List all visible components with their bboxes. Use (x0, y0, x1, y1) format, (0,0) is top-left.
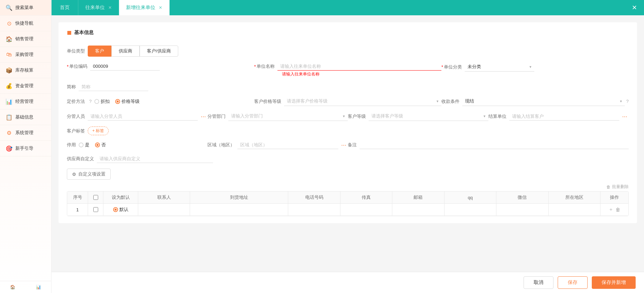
settlement-unit-input[interactable] (509, 112, 619, 121)
window-close-button[interactable]: ✕ (625, 4, 644, 11)
supplier-custom-input[interactable] (97, 155, 213, 163)
footer: 取消 保存 保存并新增 (52, 272, 644, 293)
custom-settings-button[interactable]: ⚙ 自定义项设置 (67, 169, 111, 180)
short-name-field: 简称 (67, 83, 629, 91)
purchase-icon: 🛍 (6, 51, 13, 58)
region-more-icon[interactable]: ··· (340, 142, 348, 148)
sidebar-footer-chart[interactable]: 📊 (26, 281, 52, 293)
th-checkbox[interactable] (93, 195, 98, 200)
pricing-help-icon[interactable]: ? (89, 99, 92, 104)
disable-no-radio[interactable]: 否 (95, 142, 106, 148)
customer-level-select[interactable]: 请选择客户等级 ▾ (369, 112, 488, 121)
supplier-custom-field: 供应商自定义 (67, 155, 213, 163)
code-input[interactable] (90, 62, 160, 71)
quick-nav-icon: ⊙ (6, 20, 13, 27)
cancel-button[interactable]: 取消 (524, 276, 553, 289)
settlement-more-icon[interactable]: ··· (621, 113, 629, 120)
short-name-row: 简称 (67, 83, 629, 91)
name-field: * 单位名称 请输入往来单位名称 (254, 62, 441, 77)
disable-row: 停用 是 否 区域（地区） (67, 141, 629, 149)
td-wechat (496, 204, 548, 215)
payment-terms-select[interactable]: 现结 ▾ (462, 97, 625, 106)
row-checkbox[interactable] (93, 207, 98, 212)
sidebar-item-basic-info[interactable]: 📋 基础信息 (0, 109, 51, 125)
unit-type-row: 单位类型 客户 供应商 客户/供应商 (67, 46, 629, 57)
tab-new-partner-close[interactable]: ✕ (159, 5, 162, 10)
pricing-discount-radio[interactable]: 折扣 (94, 98, 110, 105)
table-header: 序号 设为默认 联系人 到货地址 电话号码 (67, 192, 628, 204)
search-icon: 🔍 (6, 4, 13, 11)
customer-price-level-field: 客户价格等级 请选择客户价格等级 ▾ (254, 97, 441, 106)
no-radio-circle (95, 143, 100, 147)
save-button[interactable]: 保存 (558, 276, 588, 289)
batch-delete-button[interactable]: 🗑 批量删除 (67, 184, 629, 190)
tab-new-partner[interactable]: 新增往来单位 ✕ (119, 0, 170, 15)
tab-partners-close[interactable]: ✕ (108, 5, 112, 10)
sidebar-item-system[interactable]: ⚙ 系统管理 (0, 125, 51, 141)
type-btn-customer[interactable]: 客户 (88, 46, 111, 57)
th-fax: 传真 (340, 192, 392, 203)
sidebar-item-operations[interactable]: 📊 经营管理 (0, 94, 51, 109)
td-contact (138, 204, 190, 215)
notes-input[interactable] (360, 141, 629, 149)
department-label: 分管部门 (207, 113, 226, 120)
type-btn-both[interactable]: 客户/供应商 (140, 46, 178, 57)
category-field: * 单位分类 未分类 ▾ (441, 62, 629, 72)
code-label: 单位编码 (69, 63, 87, 70)
manager-field: 分管人员 ··· (67, 112, 207, 121)
tab-home[interactable]: 首页 (52, 0, 78, 15)
payment-terms-label: 收款条件 (441, 98, 460, 105)
payment-chevron-icon: ▾ (620, 99, 622, 104)
name-input[interactable] (277, 62, 441, 71)
default-radio[interactable]: 默认 (113, 206, 128, 213)
region-label: 区域（地区） (207, 142, 235, 148)
customer-level-label: 客户等级 (348, 113, 366, 120)
tags-row: 客户标签 + 标签 (67, 127, 629, 135)
region-input[interactable] (237, 141, 338, 149)
td-phone (288, 204, 340, 215)
supplier-custom-row: 供应商自定义 (67, 155, 629, 163)
sidebar-item-purchase[interactable]: 🛍 采购管理 (0, 47, 51, 63)
sidebar-footer-home[interactable]: 🏠 (0, 281, 26, 293)
tab-partners[interactable]: 往来单位 ✕ (78, 0, 119, 15)
save-new-button[interactable]: 保存并新增 (592, 276, 636, 289)
th-contact: 联系人 (138, 192, 190, 203)
manager-input[interactable] (88, 112, 198, 121)
sidebar-item-guide[interactable]: 🎯 新手引导 (0, 141, 51, 156)
th-seq: 序号 (67, 192, 88, 203)
yes-radio-circle (79, 143, 84, 147)
th-region: 所在地区 (549, 192, 600, 203)
category-label: 单位分类 (444, 64, 462, 70)
sales-icon: 🏠 (6, 35, 13, 42)
disable-yes-radio[interactable]: 是 (79, 142, 89, 148)
pricing-method-field: 定价方法 ? 折扣 价格等级 (67, 98, 254, 105)
sidebar-item-search[interactable]: 🔍 搜索菜单 (0, 0, 51, 16)
notes-field: 备注 (348, 141, 629, 149)
sidebar-item-sales[interactable]: 🏠 销售管理 (0, 31, 51, 47)
th-action: 操作 (600, 192, 628, 203)
manager-more-icon[interactable]: ··· (199, 113, 207, 120)
short-name-input[interactable] (79, 83, 148, 91)
add-tag-button[interactable]: + 标签 (88, 127, 109, 135)
code-name-category-row: * 单位编码 * 单位名称 请输入往来单位名称 * 单位分类 (67, 62, 629, 77)
sidebar-item-inventory[interactable]: 📦 库存核算 (0, 63, 51, 78)
td-email (392, 204, 444, 215)
delete-row-icon[interactable]: 🗑 (615, 207, 620, 212)
operations-icon: 📊 (6, 98, 13, 105)
department-select[interactable]: 请输入分管部门 ▾ (228, 112, 348, 121)
region-field: 区域（地区） ··· (207, 141, 348, 149)
category-select[interactable]: 未分类 ▾ (465, 62, 534, 72)
payment-terms-field: 收款条件 现结 ▾ ? (441, 97, 629, 106)
sidebar-item-quick-nav[interactable]: ⊙ 快捷导航 (0, 16, 51, 31)
th-address: 到货地址 (190, 192, 288, 203)
payment-help-icon[interactable]: ? (626, 99, 629, 104)
type-btn-supplier[interactable]: 供应商 (111, 46, 140, 57)
customer-price-level-select[interactable]: 请选择客户价格等级 ▾ (284, 97, 441, 106)
inventory-icon: 📦 (6, 67, 13, 74)
type-selector: 客户 供应商 客户/供应商 (88, 46, 178, 57)
th-wechat: 微信 (496, 192, 548, 203)
add-row-icon[interactable]: ＋ (608, 206, 613, 213)
name-label: 单位名称 (257, 63, 275, 70)
pricing-level-radio[interactable]: 价格等级 (115, 98, 140, 105)
sidebar-item-finance[interactable]: 💰 资金管理 (0, 78, 51, 94)
